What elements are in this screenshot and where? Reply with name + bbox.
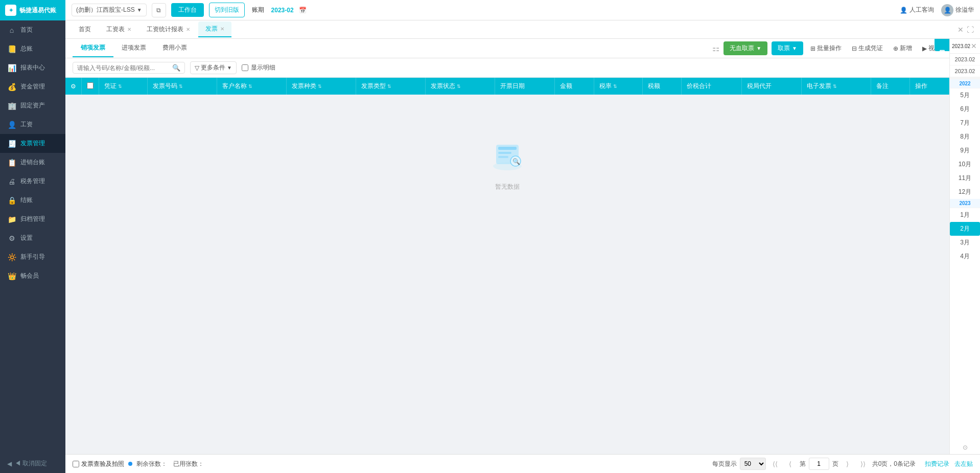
month-7[interactable]: 7月 <box>950 116 980 130</box>
subtab-purchase-invoice[interactable]: 进项发票 <box>113 39 154 57</box>
page-label: 第 <box>800 460 806 468</box>
period-entry-1[interactable]: 2023.02 <box>950 65 980 77</box>
footer-right: 每页显示 50 100 200 ⟨⟨ ⟨ 第 页 ⟩ ⟩⟩ 共0页，0条记录 扣… <box>712 458 973 470</box>
tab-salary-table[interactable]: 工资表 ✕ <box>99 22 138 37</box>
month-4[interactable]: 4月 <box>950 250 980 263</box>
month-10[interactable]: 10月 <box>950 157 980 171</box>
tax-rate-sort-icon[interactable]: ⇅ <box>613 84 617 89</box>
customer-sort-icon[interactable]: ⇅ <box>248 84 252 89</box>
fee-record-link[interactable]: 扣费记录 <box>925 460 949 468</box>
open-period-button[interactable]: 开账日期 <box>935 39 949 51</box>
month-3[interactable]: 3月 <box>950 236 980 250</box>
company-selector[interactable]: (勿删）江西股宝-LSS ▼ <box>72 4 147 16</box>
next-page-button[interactable]: ⟩ <box>842 458 854 470</box>
old-version-button[interactable]: 切到旧版 <box>209 3 245 17</box>
tab-salary-table-label: 工资表 <box>106 25 125 34</box>
period-entry-0[interactable]: 2023.02 <box>950 54 980 65</box>
company-dropdown-icon: ▼ <box>137 7 142 13</box>
tab-salary-table-close[interactable]: ✕ <box>127 27 131 32</box>
column-settings-icon[interactable]: ⚏ <box>712 43 719 53</box>
month-8[interactable]: 8月 <box>950 130 980 144</box>
tab-minimize-icon[interactable]: ✕ <box>958 26 964 34</box>
sidebar-item-sales[interactable]: 📋 进销台账 <box>0 153 65 172</box>
invoice-status-sort-icon[interactable]: ⇅ <box>457 84 461 89</box>
month-11[interactable]: 11月 <box>950 171 980 185</box>
sidebar-item-assets[interactable]: 🏢 固定资产 <box>0 96 65 115</box>
filter-button[interactable]: ▽ 更多条件 ▼ <box>190 61 237 74</box>
month-12[interactable]: 12月 <box>950 185 980 199</box>
user-profile[interactable]: 👤 徐溢华 <box>941 4 974 16</box>
invoice-type-sort-icon[interactable]: ⇅ <box>318 84 322 89</box>
invoice-check-checkbox[interactable] <box>73 461 79 467</box>
date-panel-close[interactable]: ✕ <box>971 42 977 50</box>
no-cancel-ticket-button[interactable]: 无血取票 ▼ <box>724 41 767 55</box>
take-ticket-label: 取票 <box>778 44 790 53</box>
page-input[interactable] <box>809 458 829 470</box>
sidebar-item-ledger[interactable]: 📒 总账 <box>0 39 65 58</box>
take-ticket-button[interactable]: 取票 ▼ <box>772 41 803 55</box>
sidebar-item-close[interactable]: 🔒 结账 <box>0 191 65 210</box>
batch-op-icon: ⊞ <box>810 45 815 52</box>
search-icon[interactable]: 🔍 <box>172 64 180 72</box>
search-box: 🔍 <box>73 62 185 74</box>
sidebar-item-member[interactable]: 👑 畅会员 <box>0 266 65 285</box>
support-icon: 👤 <box>900 7 907 14</box>
sidebar-item-invoice[interactable]: 🧾 发票管理 <box>0 134 65 153</box>
tab-salary-stats-close[interactable]: ✕ <box>186 27 190 32</box>
search-input[interactable] <box>77 64 170 72</box>
tab-invoice[interactable]: 发票 ✕ <box>198 21 231 37</box>
show-detail-label[interactable]: 显示明细 <box>242 63 275 72</box>
sidebar-item-payroll[interactable]: 👤 工资 <box>0 115 65 134</box>
generate-voucher-label: 生成凭证 <box>858 44 883 53</box>
batch-op-button[interactable]: ⊞ 批量操作 <box>807 41 845 55</box>
sidebar-item-archive[interactable]: 📁 归档管理 <box>0 210 65 229</box>
svg-rect-2 <box>498 147 517 150</box>
remaining-field: 剩余张数： <box>136 460 169 468</box>
sidebar-item-tax[interactable]: 🖨 税务管理 <box>0 172 65 191</box>
tab-salary-stats-label: 工资统计报表 <box>147 25 183 34</box>
last-page-button[interactable]: ⟩⟩ <box>857 458 869 470</box>
e-invoice-sort-icon[interactable]: ⇅ <box>833 84 837 89</box>
invoice-check-text: 发票查验及拍照 <box>81 460 124 468</box>
col-e-invoice: 电子发票⇅ <box>801 78 871 95</box>
per-page-select[interactable]: 50 100 200 <box>740 458 766 470</box>
workbench-button[interactable]: 工作台 <box>171 3 204 17</box>
sidebar-item-reports[interactable]: 📊 报表中心 <box>0 58 65 77</box>
scroll-up-icon[interactable]: ⊙ <box>950 441 980 454</box>
show-detail-checkbox[interactable] <box>242 64 248 71</box>
sidebar-item-settings[interactable]: ⚙ 设置 <box>0 229 65 247</box>
sidebar-item-funds[interactable]: 💰 资金管理 <box>0 77 65 96</box>
sidebar-pin-toggle[interactable]: ◀ ◀ 取消固定 <box>0 454 65 473</box>
topbar: (勿删）江西股宝-LSS ▼ ⧉ 工作台 切到旧版 账期 2023-02 📅 👤… <box>65 0 980 20</box>
copy-button[interactable]: ⧉ <box>152 3 166 17</box>
tab-salary-stats[interactable]: 工资统计报表 ✕ <box>139 22 197 37</box>
feedback-link[interactable]: 去左贴 <box>954 460 973 468</box>
sales-icon: 📋 <box>7 159 16 167</box>
col-tax-amount: 税额 <box>642 78 681 95</box>
calendar-icon[interactable]: 📅 <box>299 7 307 14</box>
sidebar-item-home[interactable]: ⌂ 首页 <box>0 20 65 39</box>
support-button[interactable]: 👤 人工客询 <box>900 6 934 14</box>
new-button[interactable]: ⊕ 新增 <box>890 41 915 55</box>
invoice-no-sort-icon[interactable]: ⇅ <box>179 84 183 89</box>
month-6[interactable]: 6月 <box>950 102 980 116</box>
tab-maximize-icon[interactable]: ⛶ <box>967 26 974 34</box>
logo-icon: ✦ <box>5 5 16 16</box>
generate-voucher-button[interactable]: ⊟ 生成凭证 <box>849 41 886 55</box>
subtab-expense-receipt[interactable]: 费用小票 <box>154 39 195 57</box>
tab-invoice-close[interactable]: ✕ <box>220 26 224 32</box>
month-5[interactable]: 5月 <box>950 88 980 102</box>
month-9[interactable]: 9月 <box>950 144 980 157</box>
month-2-active[interactable]: 2月 <box>950 222 980 236</box>
first-page-button[interactable]: ⟨⟨ <box>769 458 781 470</box>
tab-home[interactable]: 首页 <box>72 22 98 37</box>
voucher-sort-icon[interactable]: ⇅ <box>118 84 122 89</box>
invoice-category-sort-icon[interactable]: ⇅ <box>387 84 391 89</box>
support-label: 人工客询 <box>909 6 934 14</box>
select-all-checkbox[interactable] <box>87 82 94 89</box>
invoice-check-label[interactable]: 发票查验及拍照 <box>73 460 124 468</box>
subtab-sales-invoice[interactable]: 销项发票 <box>73 39 113 57</box>
prev-page-button[interactable]: ⟨ <box>784 458 797 470</box>
sidebar-item-guide[interactable]: 🔆 新手引导 <box>0 247 65 266</box>
month-1[interactable]: 1月 <box>950 208 980 222</box>
